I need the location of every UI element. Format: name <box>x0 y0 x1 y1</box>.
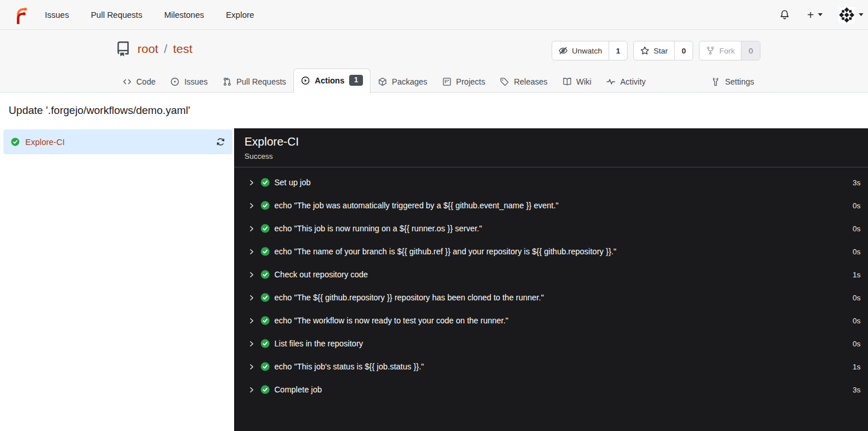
tab-count-badge: 1 <box>349 75 364 86</box>
nav-item-pull-requests[interactable]: Pull Requests <box>80 0 153 30</box>
job-step-row[interactable]: echo "The name of your branch is ${{ git… <box>234 240 868 263</box>
step-success-icon <box>261 247 270 256</box>
create-new-dropdown[interactable]: + <box>807 9 823 21</box>
step-name: echo "This job is now running on a ${{ r… <box>274 224 482 233</box>
job-step-row[interactable]: echo "This job's status is ${{ job.statu… <box>234 355 868 378</box>
forgejo-logo[interactable] <box>13 5 30 25</box>
chevron-right-icon[interactable] <box>248 387 255 393</box>
unwatch-label: Unwatch <box>572 47 602 55</box>
user-menu-dropdown[interactable] <box>839 7 863 23</box>
navbar-right: + <box>779 7 863 23</box>
unwatch-icon <box>559 46 568 55</box>
step-duration: 3s <box>852 178 861 187</box>
step-duration: 0s <box>852 201 861 210</box>
code-tab-icon <box>123 77 132 86</box>
step-name: Set up job <box>274 178 311 187</box>
unwatch-button[interactable]: Unwatch <box>552 41 609 60</box>
job-step-row[interactable]: echo "The workflow is now ready to test … <box>234 309 868 332</box>
job-step-row[interactable]: echo "This job is now running on a ${{ r… <box>234 217 868 240</box>
tab-label: Wiki <box>576 77 591 86</box>
step-name: echo "The ${{ github.repository }} repos… <box>274 293 544 302</box>
chevron-right-icon[interactable] <box>248 180 255 186</box>
unwatch-count[interactable]: 1 <box>609 41 628 60</box>
actions-tab-icon <box>301 76 310 85</box>
step-duration: 1s <box>852 363 861 371</box>
chevron-down-icon <box>818 13 823 16</box>
tab-label: Issues <box>184 77 207 86</box>
chevron-right-icon[interactable] <box>248 203 255 209</box>
step-duration: 3s <box>852 386 861 394</box>
fork-button[interactable]: Fork <box>699 41 741 60</box>
chevron-right-icon[interactable] <box>248 249 255 255</box>
repo-owner-link[interactable]: root <box>137 42 158 55</box>
step-name: echo "The job was automatically triggere… <box>274 201 559 210</box>
repo-name-link[interactable]: test <box>173 42 193 55</box>
repo-breadcrumb: root / test <box>116 41 193 56</box>
step-duration: 1s <box>852 270 861 279</box>
job-step-row[interactable]: Check out repository code 1s <box>234 263 868 286</box>
tab-actions[interactable]: Actions 1 <box>293 68 370 93</box>
unwatch-button-group: Unwatch 1 <box>552 41 628 60</box>
step-success-icon <box>261 362 270 371</box>
rerun-job-icon[interactable] <box>216 138 225 146</box>
repo-header-section: root / test Unwatch 1 Star 0 <box>0 30 868 93</box>
step-duration: 0s <box>852 247 861 256</box>
step-success-icon <box>261 293 270 302</box>
issues-tab-icon <box>170 77 179 86</box>
repo-book-icon <box>116 41 131 56</box>
fork-count[interactable]: 0 <box>741 41 760 60</box>
job-steps-list: Set up job 3s echo "The job was automati… <box>234 167 868 401</box>
nav-item-issues[interactable]: Issues <box>34 0 80 30</box>
tab-pull-requests[interactable]: Pull Requests <box>215 71 293 93</box>
star-button[interactable]: Star <box>634 41 674 60</box>
star-count[interactable]: 0 <box>674 41 693 60</box>
tab-code[interactable]: Code <box>115 71 163 93</box>
job-step-row[interactable]: Set up job 3s <box>234 171 868 194</box>
step-success-icon <box>261 339 270 348</box>
actions-run-page: Update '.forgejo/workflows/demo.yaml' Ex… <box>0 93 868 431</box>
tab-label: Actions <box>315 76 344 85</box>
step-duration: 0s <box>852 293 861 302</box>
job-success-icon <box>11 138 20 146</box>
job-panel-title: Explore-CI <box>244 135 868 148</box>
nav-item-explore[interactable]: Explore <box>215 0 265 30</box>
job-step-row[interactable]: List files in the repository 0s <box>234 332 868 355</box>
tab-packages[interactable]: Packages <box>370 71 434 93</box>
tab-label: Projects <box>456 77 485 86</box>
chevron-right-icon[interactable] <box>248 318 255 324</box>
job-step-row[interactable]: echo "The ${{ github.repository }} repos… <box>234 286 868 309</box>
job-log-panel: Explore-CI Success Set up job 3s echo "T… <box>234 128 868 431</box>
step-success-icon <box>261 316 270 325</box>
chevron-right-icon[interactable] <box>248 295 255 301</box>
wiki-tab-icon <box>563 77 572 86</box>
chevron-right-icon[interactable] <box>248 226 255 232</box>
step-name: List files in the repository <box>274 339 363 348</box>
tab-projects[interactable]: Projects <box>435 71 493 93</box>
tab-issues[interactable]: Issues <box>163 71 215 93</box>
tab-settings[interactable]: Settings <box>703 71 762 93</box>
tab-wiki[interactable]: Wiki <box>555 71 599 93</box>
job-step-row[interactable]: Complete job 3s <box>234 378 868 401</box>
repo-action-buttons: Unwatch 1 Star 0 Fork 0 <box>546 41 760 60</box>
step-success-icon <box>261 385 270 394</box>
tab-label: Activity <box>620 77 645 86</box>
plus-icon: + <box>807 9 814 21</box>
job-name: Explore-CI <box>25 138 65 147</box>
job-step-row[interactable]: echo "The job was automatically triggere… <box>234 194 868 217</box>
star-label: Star <box>653 47 668 55</box>
job-list-item-explore-ci[interactable]: Explore-CI <box>3 129 232 154</box>
chevron-right-icon[interactable] <box>248 272 255 278</box>
activity-tab-icon <box>606 77 615 86</box>
step-name: Complete job <box>274 385 322 394</box>
chevron-right-icon[interactable] <box>248 364 255 370</box>
step-name: echo "The workflow is now ready to test … <box>274 316 508 325</box>
notifications-bell-icon[interactable] <box>779 9 790 20</box>
tab-label: Settings <box>725 77 754 86</box>
tab-activity[interactable]: Activity <box>599 71 653 93</box>
packages-tab-icon <box>378 77 387 86</box>
releases-tab-icon <box>500 77 509 86</box>
chevron-right-icon[interactable] <box>248 341 255 347</box>
step-name: Check out repository code <box>274 270 368 279</box>
tab-releases[interactable]: Releases <box>492 71 555 93</box>
nav-item-milestones[interactable]: Milestones <box>153 0 215 30</box>
